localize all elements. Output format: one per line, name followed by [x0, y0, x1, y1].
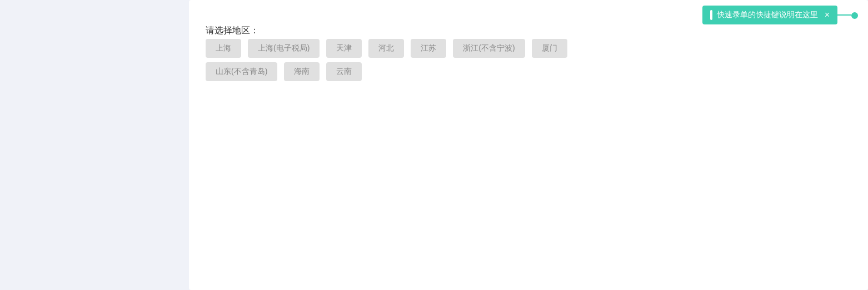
region-button[interactable]: 云南	[326, 62, 362, 81]
sidebar	[0, 0, 189, 290]
tooltip-banner: 快速录单的快捷键说明在这里 ×	[702, 6, 837, 24]
region-button[interactable]: 浙江(不含宁波)	[453, 39, 525, 58]
dot-indicator	[851, 12, 858, 19]
region-buttons-row1: 上海上海(电子税局)天津河北江苏浙江(不含宁波)厦门	[206, 39, 567, 58]
bar-accent-icon	[710, 10, 712, 20]
region-button[interactable]: 河北	[368, 39, 404, 58]
region-button[interactable]: 江苏	[411, 39, 446, 58]
region-button[interactable]: 山东(不含青岛)	[206, 62, 277, 81]
region-button[interactable]: 天津	[326, 39, 362, 58]
region-button[interactable]: 上海	[206, 39, 241, 58]
connector-line	[836, 14, 851, 16]
region-button[interactable]: 厦门	[532, 39, 567, 58]
page-label: 请选择地区：	[206, 25, 259, 37]
tooltip-close-icon[interactable]: ×	[825, 10, 830, 20]
region-button[interactable]: 海南	[284, 62, 320, 81]
region-buttons-row2: 山东(不含青岛)海南云南	[206, 62, 362, 81]
tooltip-text: 快速录单的快捷键说明在这里	[717, 10, 818, 20]
main-content: 请选择地区： 上海上海(电子税局)天津河北江苏浙江(不含宁波)厦门 山东(不含青…	[189, 0, 868, 290]
region-button[interactable]: 上海(电子税局)	[248, 39, 320, 58]
